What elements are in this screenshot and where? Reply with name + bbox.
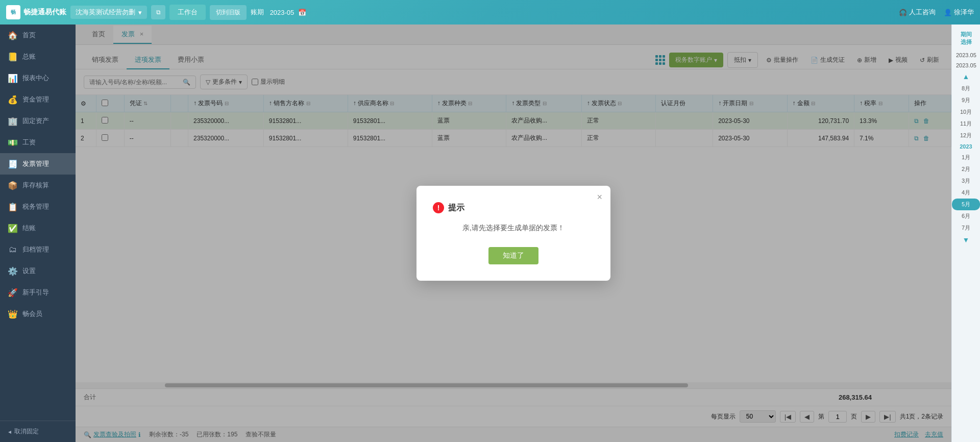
company-name: 沈海英测试经营勿删 (76, 8, 135, 17)
period-item-7m[interactable]: 7月 (952, 222, 980, 234)
period-item-12m[interactable]: 12月 (952, 130, 980, 141)
pin-icon: ◂ (8, 428, 11, 435)
sidebar-item-home[interactable]: 🏠 首页 (0, 24, 76, 46)
modal-overlay: × ! 提示 亲,请先选择要生成单据的发票！ 知道了 (76, 24, 951, 442)
settlement-icon: ✅ (8, 224, 17, 233)
period-item-2023[interactable]: 2023 (952, 141, 980, 152)
workbench-button[interactable]: 工作台 (169, 5, 206, 20)
sidebar-item-reports[interactable]: 📊 报表中心 (0, 67, 76, 89)
period-display: 账期 2023-05 📅 (251, 8, 306, 17)
period-panel-title: 期间选择 (959, 29, 974, 50)
top-right-area: 🎧 人工咨询 👤 徐泽华 (899, 8, 974, 17)
warning-icon: ! (433, 202, 444, 213)
archive-icon: 🗂 (8, 245, 17, 254)
modal-confirm-button[interactable]: 知道了 (488, 247, 538, 264)
period-item-6m[interactable]: 6月 (952, 210, 980, 222)
member-icon: 👑 (8, 309, 17, 318)
chevron-down-icon: ▾ (138, 9, 142, 16)
period-item-9m[interactable]: 9月 (952, 94, 980, 106)
period-item-0[interactable]: 2023.05 (952, 50, 980, 60)
sidebar-item-settlement[interactable]: ✅ 结账 (0, 217, 76, 239)
cancel-fixed-button[interactable]: ◂ 取消固定 (0, 421, 76, 442)
user-info[interactable]: 👤 徐泽华 (944, 8, 974, 17)
finance-icon: 💰 (8, 95, 17, 104)
assets-icon: 🏢 (8, 116, 17, 126)
tax-icon: 📋 (8, 202, 17, 211)
sidebar-item-settings[interactable]: ⚙️ 设置 (0, 260, 76, 282)
sidebar-item-assets[interactable]: 🏢 固定资产 (0, 110, 76, 132)
modal-title-area: ! 提示 (433, 202, 594, 213)
reports-icon: 📊 (8, 73, 17, 83)
guide-icon: 🚀 (8, 288, 17, 297)
sidebar-item-tax[interactable]: 📋 税务管理 (0, 196, 76, 217)
user-avatar-icon: 👤 (944, 9, 952, 16)
period-value: 2023-05 (270, 9, 295, 16)
period-item-1[interactable]: 2023.05 (952, 60, 980, 70)
sidebar: 🏠 首页 📒 总账 📊 报表中心 💰 资金管理 🏢 固定资产 💵 工资 (0, 24, 76, 442)
modal-dialog: × ! 提示 亲,请先选择要生成单据的发票！ 知道了 (416, 186, 610, 281)
sidebar-item-archive[interactable]: 🗂 归档管理 (0, 239, 76, 260)
sidebar-item-member[interactable]: 👑 畅会员 (0, 303, 76, 325)
period-item-11m[interactable]: 11月 (952, 118, 980, 130)
inventory-icon: 📦 (8, 181, 17, 190)
period-panel: 期间选择 2023.05 2023.05 ▲ 8月 9月 10月 11月 12月… (951, 24, 980, 442)
modal-message: 亲,请先选择要生成单据的发票！ (433, 224, 594, 233)
modal-close-button[interactable]: × (597, 192, 602, 203)
period-item-10m[interactable]: 10月 (952, 106, 980, 118)
period-item-4m[interactable]: 4月 (952, 187, 980, 199)
service-button[interactable]: 🎧 人工咨询 (899, 8, 936, 17)
headset-icon: 🎧 (899, 9, 907, 16)
app-logo: 畅 畅捷通易代账 (6, 5, 66, 19)
settings-icon: ⚙️ (8, 266, 17, 276)
sidebar-item-guide[interactable]: 🚀 新手引导 (0, 282, 76, 303)
sidebar-item-invoice[interactable]: 🧾 发票管理 (0, 153, 76, 175)
period-item-1m[interactable]: 1月 (952, 152, 980, 163)
sidebar-item-salary[interactable]: 💵 工资 (0, 132, 76, 153)
scroll-down-icon[interactable]: ▼ (961, 234, 972, 246)
salary-icon: 💵 (8, 138, 17, 147)
invoice-icon: 🧾 (8, 159, 17, 168)
home-icon: 🏠 (8, 31, 17, 40)
period-item-5m[interactable]: 5月 (952, 199, 980, 210)
ledger-icon: 📒 (8, 52, 17, 61)
period-item-8m[interactable]: 8月 (952, 83, 980, 94)
content-area: 首页 发票 × 销项发票 进项发票 费用小票 (76, 24, 951, 442)
copy-button[interactable]: ⧉ (151, 5, 165, 19)
period-item-2m[interactable]: 2月 (952, 163, 980, 175)
switch-version-button[interactable]: 切到旧版 (210, 5, 247, 20)
company-selector[interactable]: 沈海英测试经营勿删 ▾ (70, 6, 147, 19)
calendar-icon[interactable]: 📅 (298, 9, 306, 16)
sidebar-item-finance[interactable]: 💰 资金管理 (0, 89, 76, 110)
period-item-3m[interactable]: 3月 (952, 175, 980, 187)
sidebar-item-ledger[interactable]: 📒 总账 (0, 46, 76, 67)
sidebar-item-inventory[interactable]: 📦 库存核算 (0, 175, 76, 196)
logo-icon: 畅 (6, 5, 20, 19)
scroll-up-icon[interactable]: ▲ (961, 70, 972, 83)
modal-title: 提示 (448, 203, 464, 213)
app-name: 畅捷通易代账 (23, 8, 66, 17)
